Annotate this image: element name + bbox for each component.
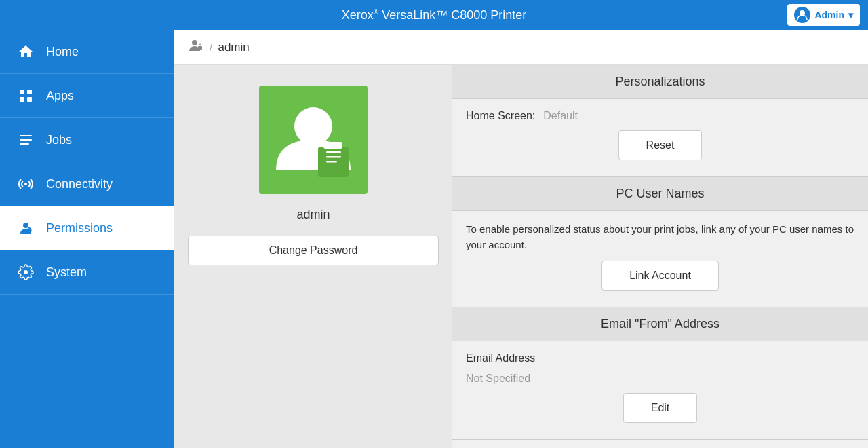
admin-avatar-icon [794, 7, 810, 23]
jobs-icon [16, 130, 35, 149]
svg-rect-16 [323, 142, 342, 149]
content-body: admin Change Password Personalizations H… [174, 65, 868, 448]
svg-rect-7 [20, 143, 29, 145]
sidebar-item-connectivity[interactable]: Connectivity [0, 162, 174, 206]
pc-user-names-body: To enable personalized status about your… [452, 211, 868, 307]
email-not-specified: Not Specified [466, 373, 854, 385]
chevron-down-icon: ▾ [848, 10, 853, 20]
svg-rect-13 [198, 46, 202, 50]
profile-name: admin [296, 208, 330, 222]
connectivity-icon [16, 174, 35, 193]
link-account-button[interactable]: Link Account [601, 261, 719, 291]
svg-point-9 [23, 223, 28, 228]
svg-point-14 [294, 107, 332, 145]
personalizations-body: Home Screen: Default Reset [452, 99, 868, 177]
svg-rect-3 [20, 97, 24, 102]
sidebar: Home Apps Jobs [0, 30, 174, 448]
right-panel: Personalizations Home Screen: Default Re… [452, 65, 868, 448]
profile-panel: admin Change Password [174, 65, 452, 448]
sidebar-label-system: System [46, 265, 87, 280]
avatar-image [269, 96, 357, 184]
system-icon [16, 263, 35, 282]
home-screen-row: Home Screen: Default [466, 110, 854, 122]
sidebar-item-apps[interactable]: Apps [0, 74, 174, 118]
sidebar-item-permissions[interactable]: Permissions [0, 206, 174, 250]
email-address-label: Email Address [466, 352, 535, 365]
home-icon [16, 42, 35, 61]
pc-user-names-header: PC User Names [452, 177, 868, 211]
admin-button[interactable]: Admin ▾ [787, 4, 860, 26]
sidebar-label-permissions: Permissions [46, 221, 113, 236]
svg-rect-1 [20, 90, 24, 94]
home-screen-value: Default [543, 110, 578, 122]
main-layout: Home Apps Jobs [0, 30, 868, 448]
sidebar-label-apps: Apps [46, 89, 74, 103]
svg-point-8 [24, 183, 27, 185]
reset-button[interactable]: Reset [618, 130, 703, 160]
svg-point-12 [192, 40, 197, 45]
header-title: Xerox® VersaLink™ C8000 Printer [342, 8, 527, 22]
svg-rect-4 [27, 97, 32, 102]
personalizations-header: Personalizations [452, 65, 868, 99]
email-address-row: Email Address [466, 352, 854, 365]
permissions-icon [16, 219, 35, 238]
breadcrumb-person-icon [188, 37, 204, 57]
sidebar-item-home[interactable]: Home [0, 30, 174, 74]
breadcrumb-current: admin [218, 41, 249, 54]
avatar [259, 86, 368, 194]
svg-rect-5 [20, 135, 32, 136]
svg-rect-6 [20, 139, 32, 141]
brand-name: Xerox [342, 8, 374, 22]
breadcrumb-separator: / [210, 41, 212, 54]
svg-rect-18 [326, 156, 341, 158]
svg-rect-19 [326, 161, 337, 163]
header: Xerox® VersaLink™ C8000 Printer Admin ▾ [0, 0, 868, 30]
sidebar-label-jobs: Jobs [46, 133, 72, 147]
sidebar-label-connectivity: Connectivity [46, 177, 113, 191]
svg-rect-17 [326, 151, 341, 153]
sidebar-item-system[interactable]: System [0, 250, 174, 295]
change-password-button[interactable]: Change Password [188, 236, 439, 265]
svg-rect-2 [27, 90, 32, 94]
pc-user-names-description: To enable personalized status about your… [466, 222, 854, 253]
sidebar-item-jobs[interactable]: Jobs [0, 118, 174, 162]
product-name: VersaLink™ C8000 Printer [378, 8, 526, 22]
breadcrumb: / admin [174, 30, 868, 65]
home-screen-label: Home Screen: [466, 110, 535, 122]
email-from-body: Email Address Not Specified Edit [452, 341, 868, 440]
sidebar-label-home: Home [46, 45, 79, 59]
admin-label: Admin [814, 10, 844, 20]
content: / admin [174, 30, 868, 448]
email-from-header: Email "From" Address [452, 307, 868, 341]
apps-icon [16, 86, 35, 105]
edit-button[interactable]: Edit [623, 393, 698, 423]
